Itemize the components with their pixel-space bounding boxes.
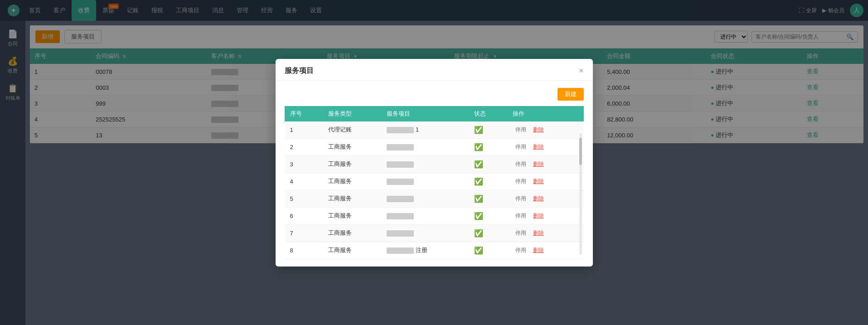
modal-table-row: 8 工商服务 注册 ✅ 停用 删除 xyxy=(285,242,584,259)
modal-cell-seq: 8 xyxy=(285,242,323,259)
mth-seq: 序号 xyxy=(285,106,323,121)
status-check-icon: ✅ xyxy=(474,195,483,203)
modal-cell-item xyxy=(381,207,469,224)
modal-table-row: 5 工商服务 ✅ 停用 删除 xyxy=(285,190,584,207)
modal-table-header: 序号 服务类型 服务项目 状态 操作 xyxy=(285,106,584,121)
modal-cell-action: 停用 删除 xyxy=(507,138,584,155)
modal-cell-seq: 7 xyxy=(285,224,323,242)
modal-table-row: 1 代理记账 1 ✅ 停用 删除 xyxy=(285,121,584,139)
modal-table-row: 3 工商服务 ✅ 停用 删除 xyxy=(285,155,584,173)
modal-cell-item xyxy=(381,173,469,190)
delete-button[interactable]: 删除 xyxy=(530,246,547,255)
modal-table-row: 7 工商服务 ✅ 停用 删除 xyxy=(285,224,584,242)
modal-cell-status: ✅ xyxy=(469,190,507,207)
modal-cell-status: ✅ xyxy=(469,173,507,190)
modal-table-row: 6 工商服务 ✅ 停用 删除 xyxy=(285,207,584,224)
modal-cell-item xyxy=(381,155,469,173)
delete-button[interactable]: 删除 xyxy=(530,160,547,169)
modal-cell-seq: 4 xyxy=(285,173,323,190)
modal-cell-action: 停用 删除 xyxy=(507,207,584,224)
modal-cell-seq: 2 xyxy=(285,138,323,155)
modal-toolbar: 新建 xyxy=(285,88,584,101)
status-check-icon: ✅ xyxy=(474,178,483,185)
scrollbar-track[interactable] xyxy=(579,133,582,255)
stop-button[interactable]: 停用 xyxy=(513,228,529,238)
modal-cell-type: 工商服务 xyxy=(323,224,381,242)
modal-cell-status: ✅ xyxy=(469,121,507,139)
modal-cell-status: ✅ xyxy=(469,242,507,259)
modal-cell-type: 工商服务 xyxy=(323,242,381,259)
modal-cell-type: 工商服务 xyxy=(323,190,381,207)
stop-button[interactable]: 停用 xyxy=(513,160,529,169)
status-check-icon: ✅ xyxy=(474,229,483,237)
status-check-icon: ✅ xyxy=(474,212,483,220)
delete-button[interactable]: 删除 xyxy=(530,228,547,238)
modal-cell-status: ✅ xyxy=(469,155,507,173)
status-check-icon: ✅ xyxy=(474,160,483,168)
modal-cell-item xyxy=(381,224,469,242)
modal-cell-seq: 3 xyxy=(285,155,323,173)
delete-button[interactable]: 删除 xyxy=(530,177,547,186)
stop-button[interactable]: 停用 xyxy=(513,125,529,135)
delete-button[interactable]: 删除 xyxy=(530,125,547,135)
stop-button[interactable]: 停用 xyxy=(513,211,529,221)
modal-header: 服务项目 × xyxy=(276,59,593,81)
status-check-icon: ✅ xyxy=(474,247,483,254)
modal-cell-item xyxy=(381,190,469,207)
modal-cell-action: 停用 删除 xyxy=(507,224,584,242)
modal-cell-seq: 1 xyxy=(285,121,323,139)
new-service-button[interactable]: 新建 xyxy=(558,88,584,101)
scrollbar-thumb[interactable] xyxy=(579,138,582,165)
modal-cell-item: 注册 xyxy=(381,242,469,259)
service-modal: 服务项目 × 新建 序号 服务类型 服务项目 状态 操作 xyxy=(276,59,593,267)
modal-cell-type: 工商服务 xyxy=(323,138,381,155)
status-check-icon: ✅ xyxy=(474,126,483,134)
modal-cell-action: 停用 删除 xyxy=(507,242,584,259)
modal-title: 服务项目 xyxy=(285,66,314,76)
modal-cell-item: 1 xyxy=(381,121,469,139)
modal-cell-status: ✅ xyxy=(469,138,507,155)
modal-cell-type: 工商服务 xyxy=(323,173,381,190)
modal-cell-seq: 5 xyxy=(285,190,323,207)
modal-cell-seq: 6 xyxy=(285,207,323,224)
stop-button[interactable]: 停用 xyxy=(513,246,529,255)
delete-button[interactable]: 删除 xyxy=(530,142,547,152)
status-check-icon: ✅ xyxy=(474,143,483,151)
delete-button[interactable]: 删除 xyxy=(530,194,547,204)
modal-cell-type: 工商服务 xyxy=(323,207,381,224)
modal-cell-item xyxy=(381,138,469,155)
modal-cell-action: 停用 删除 xyxy=(507,190,584,207)
modal-table-row: 2 工商服务 ✅ 停用 删除 xyxy=(285,138,584,155)
service-table: 序号 服务类型 服务项目 状态 操作 1 代理记账 1 ✅ 停用 删除 2 工商… xyxy=(285,106,584,259)
modal-cell-type: 代理记账 xyxy=(323,121,381,139)
modal-overlay[interactable]: 服务项目 × 新建 序号 服务类型 服务项目 状态 操作 xyxy=(0,0,868,325)
modal-cell-status: ✅ xyxy=(469,224,507,242)
modal-cell-type: 工商服务 xyxy=(323,155,381,173)
modal-cell-status: ✅ xyxy=(469,207,507,224)
mth-status: 状态 xyxy=(469,106,507,121)
modal-cell-action: 停用 删除 xyxy=(507,121,584,139)
stop-button[interactable]: 停用 xyxy=(513,177,529,186)
modal-close-button[interactable]: × xyxy=(579,66,584,76)
mth-item: 服务项目 xyxy=(381,106,469,121)
mth-action: 操作 xyxy=(507,106,584,121)
modal-body: 新建 序号 服务类型 服务项目 状态 操作 1 代理记账 xyxy=(276,81,593,267)
modal-table-row: 4 工商服务 ✅ 停用 删除 xyxy=(285,173,584,190)
stop-button[interactable]: 停用 xyxy=(513,142,529,152)
modal-cell-action: 停用 删除 xyxy=(507,155,584,173)
stop-button[interactable]: 停用 xyxy=(513,194,529,204)
mth-type: 服务类型 xyxy=(323,106,381,121)
modal-cell-action: 停用 删除 xyxy=(507,173,584,190)
delete-button[interactable]: 删除 xyxy=(530,211,547,221)
